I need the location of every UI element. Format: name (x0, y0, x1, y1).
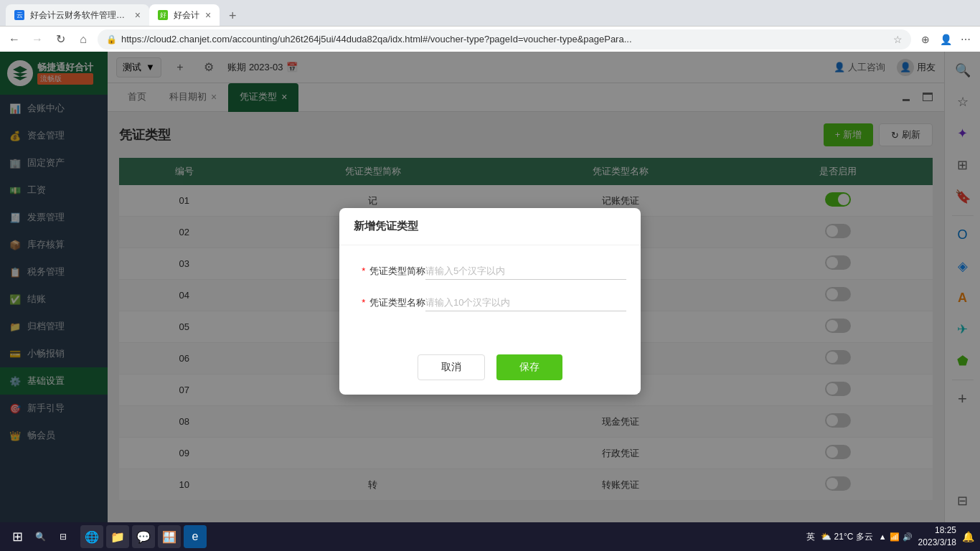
profile-btn[interactable]: 👤 (937, 31, 954, 48)
taskbar-app-windows[interactable]: 🪟 (158, 525, 181, 548)
tab-inactive[interactable]: 云 好会计云财务软件管理系统_会计 × (6, 4, 149, 26)
taskbar-weather[interactable]: ⛅ 21°C 多云 (821, 531, 873, 543)
url-text: https://cloud2.chanjet.com/accounting/uh… (121, 34, 889, 44)
browser-actions: ⊕ 👤 ⋯ (917, 31, 974, 48)
browser-chrome: 云 好会计云财务软件管理系统_会计 × 好 好会计 × + ← → ↻ ⌂ 🔒 … (0, 0, 980, 52)
taskbar-app-explorer[interactable]: 📁 (106, 525, 129, 548)
weather-icon: ⛅ (821, 532, 831, 542)
url-bar[interactable]: 🔒 https://cloud2.chanjet.com/accounting/… (98, 29, 911, 50)
name-label: * 凭证类型名称 (354, 296, 425, 309)
lock-icon: 🔒 (106, 34, 117, 44)
name-form-row: * 凭证类型名称 (354, 294, 626, 311)
taskbar: ⊞ 🔍 ⊟ 🌐 📁 💬 🪟 e 英 ⛅ 21°C 多云 ▲ 📶 🔊 18:25 … (0, 522, 980, 551)
back-button[interactable]: ← (6, 31, 23, 48)
taskbar-widgets-button[interactable]: ⊟ (52, 525, 75, 548)
taskbar-apps: 🌐 📁 💬 🪟 e (80, 525, 207, 548)
tab-label-2: 好会计 (174, 9, 199, 22)
refresh-button[interactable]: ↻ (52, 31, 69, 48)
cancel-button[interactable]: 取消 (418, 354, 485, 380)
taskbar-language[interactable]: 英 (806, 531, 815, 543)
taskbar-app-edge[interactable]: e (184, 525, 207, 548)
taskbar-app-browser[interactable]: 🌐 (80, 525, 103, 548)
save-button[interactable]: 保存 (496, 354, 562, 380)
tab-favicon-2: 好 (158, 10, 168, 20)
tab-bar: 云 好会计云财务软件管理系统_会计 × 好 好会计 × + (0, 0, 980, 26)
weather-temp: 21°C 多云 (834, 531, 873, 543)
short-form-row: * 凭证类型简称 (354, 263, 626, 280)
taskbar-icons-area[interactable]: ▲ 📶 🔊 (879, 532, 913, 542)
taskbar-clock[interactable]: 18:25 2023/3/18 (918, 524, 956, 549)
modal-footer: 取消 保存 (339, 343, 641, 395)
modal-overlay: 新增凭证类型 * 凭证类型简称 * 凭证类型名称 取消 保存 (0, 52, 980, 551)
short-label: * 凭证类型简称 (354, 265, 425, 278)
taskbar-search-button[interactable]: 🔍 (29, 525, 52, 548)
taskbar-right: 英 ⛅ 21°C 多云 ▲ 📶 🔊 18:25 2023/3/18 🔔 (806, 524, 974, 549)
name-input[interactable] (425, 294, 626, 311)
short-required: * (362, 265, 365, 276)
tab-close-1[interactable]: × (135, 9, 141, 21)
tab-close-2[interactable]: × (205, 9, 211, 21)
address-bar: ← → ↻ ⌂ 🔒 https://cloud2.chanjet.com/acc… (0, 26, 980, 52)
forward-button[interactable]: → (29, 31, 46, 48)
home-button[interactable]: ⌂ (75, 31, 92, 48)
name-required: * (362, 297, 365, 308)
taskbar-app-wechat[interactable]: 💬 (132, 525, 155, 548)
start-button[interactable]: ⊞ (6, 525, 29, 548)
taskbar-time: 18:25 (918, 524, 956, 537)
add-voucher-type-modal: 新增凭证类型 * 凭证类型简称 * 凭证类型名称 取消 保存 (339, 208, 641, 395)
short-input[interactable] (425, 263, 626, 280)
modal-header: 新增凭证类型 (339, 208, 641, 245)
modal-title: 新增凭证类型 (354, 220, 418, 232)
tab-label-1: 好会计云财务软件管理系统_会计 (30, 9, 129, 22)
modal-body: * 凭证类型简称 * 凭证类型名称 (339, 245, 641, 343)
more-btn[interactable]: ⋯ (957, 31, 974, 48)
taskbar-notification[interactable]: 🔔 (962, 531, 974, 542)
url-star[interactable]: ☆ (893, 34, 903, 45)
tab-active[interactable]: 好 好会计 × (149, 4, 220, 26)
extensions-btn[interactable]: ⊕ (917, 31, 934, 48)
tab-favicon-1: 云 (14, 10, 24, 20)
taskbar-date: 2023/3/18 (918, 537, 956, 549)
new-tab-button[interactable]: + (222, 6, 242, 26)
